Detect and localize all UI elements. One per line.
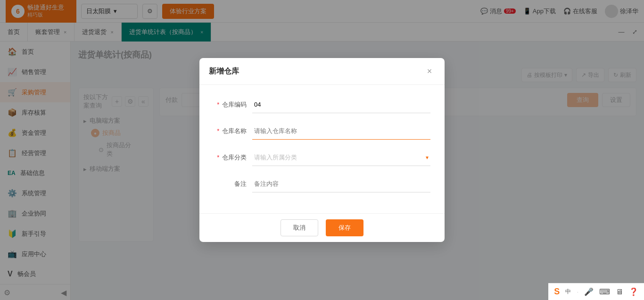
note-input[interactable] [252, 175, 430, 192]
bottom-right-bar: S 中 · 🎤 ⌨ 🖥 ❓ [548, 283, 644, 300]
form-row-category: * 仓库分类 请输入所属分类 ▾ [214, 149, 430, 166]
note-label: 备注 [214, 180, 247, 188]
category-arrow-icon: ▾ [426, 154, 429, 161]
save-button[interactable]: 保存 [326, 219, 363, 236]
dialog-header: 新增仓库 × [199, 58, 445, 85]
screen-icon[interactable]: 🖥 [616, 288, 623, 296]
name-input[interactable] [252, 123, 430, 140]
lang-label: 中 [565, 288, 571, 296]
help-icon[interactable]: ❓ [629, 287, 638, 296]
form-row-note: 备注 [214, 175, 430, 192]
name-label-text: 仓库名称 [222, 127, 247, 134]
note-label-text: 备注 [234, 180, 247, 187]
mic-icon[interactable]: 🎤 [584, 287, 594, 296]
form-row-name: * 仓库名称 [214, 123, 430, 140]
code-label: * 仓库编码 [214, 100, 247, 109]
category-label: * 仓库分类 [214, 153, 247, 162]
modal-overlay[interactable]: 新增仓库 × * 仓库编码 * 仓库名称 [0, 0, 644, 300]
code-input[interactable] [252, 96, 430, 113]
code-label-text: 仓库编码 [222, 101, 247, 108]
separator-dot: · [577, 288, 578, 295]
name-label: * 仓库名称 [214, 127, 247, 135]
dialog-body: * 仓库编码 * 仓库名称 * 仓库分类 请输入 [199, 85, 445, 213]
category-label-text: 仓库分类 [222, 154, 247, 161]
form-row-code: * 仓库编码 [214, 96, 430, 113]
category-select[interactable]: 请输入所属分类 ▾ [252, 149, 430, 166]
category-placeholder: 请输入所属分类 [254, 153, 297, 162]
new-warehouse-dialog: 新增仓库 × * 仓库编码 * 仓库名称 [199, 58, 445, 242]
cancel-button[interactable]: 取消 [281, 219, 318, 236]
dialog-footer: 取消 保存 [199, 213, 445, 242]
keyboard-icon[interactable]: ⌨ [599, 287, 610, 296]
brand-s-icon: S [554, 287, 560, 297]
dialog-close-button[interactable]: × [424, 66, 435, 77]
dialog-title: 新增仓库 [209, 67, 239, 76]
